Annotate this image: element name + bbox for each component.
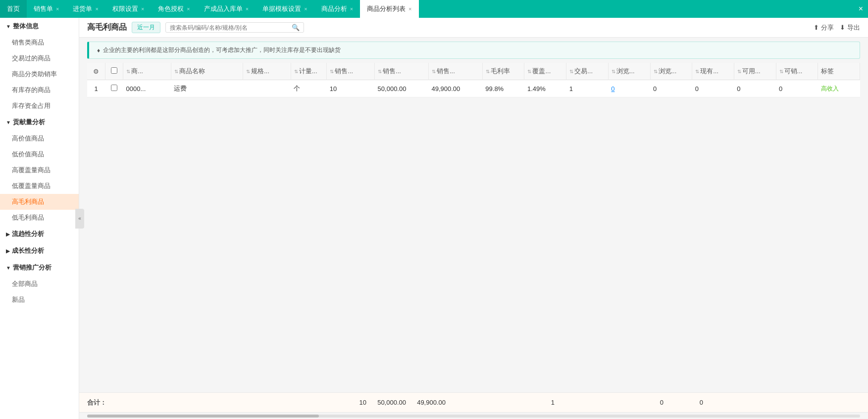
nav-template-settings[interactable]: 单据模板设置 × xyxy=(255,0,314,18)
horizontal-scrollbar[interactable] xyxy=(79,412,868,419)
arrow-trend-icon: ▶ xyxy=(6,232,10,237)
table-container: ⚙ ⇅商... ⇅商品名称 ⇅规格... ⇅计量... ⇅销售... ⇅销售..… xyxy=(79,63,868,392)
export-label: 导出 xyxy=(847,23,860,32)
nav-role-close[interactable]: × xyxy=(187,6,190,12)
scrollbar-track[interactable] xyxy=(87,415,860,418)
row-checkbox[interactable] xyxy=(111,85,117,91)
nav-purchase-close[interactable]: × xyxy=(95,6,98,12)
cell-gross-rate: 99.8% xyxy=(482,80,524,97)
arrow-contribution-icon: ▼ xyxy=(6,120,11,125)
sidebar-item-low-value[interactable]: 低价值商品 xyxy=(0,146,79,162)
search-icon[interactable]: 🔍 xyxy=(292,24,300,31)
col-code[interactable]: ⇅商... xyxy=(123,63,171,80)
header-actions: ⬆ 分享 ⬇ 导出 xyxy=(814,23,860,32)
col-checkbox xyxy=(105,63,123,80)
col-unit[interactable]: ⇅计量... xyxy=(291,63,327,80)
sidebar: ▼ 整体信息 销售类商品 交易过的商品 商品分类助销率 有库存的商品 库存资金占… xyxy=(0,18,79,419)
footer-available: 0 xyxy=(666,399,706,406)
sidebar-item-new-goods[interactable]: 新品 xyxy=(0,292,79,308)
footer-transactions: 1 xyxy=(518,399,558,406)
content-area: 高毛利商品 近一月 🔍 ⬆ 分享 ⬇ 导出 ♦ 企业的主要的利润都是这部分商品创… xyxy=(79,18,868,419)
col-views1[interactable]: ⇅浏览... xyxy=(608,63,650,80)
col-coverage[interactable]: ⇅覆盖... xyxy=(524,63,566,80)
sidebar-group-trend[interactable]: ▶ 流趋性分析 xyxy=(0,226,79,242)
nav-sales-order[interactable]: 销售单 × xyxy=(27,0,66,18)
sidebar-wrapper: ▼ 整体信息 销售类商品 交易过的商品 商品分类助销率 有库存的商品 库存资金占… xyxy=(0,18,79,419)
nav-role-auth[interactable]: 角色授权 × xyxy=(151,0,197,18)
sidebar-item-stock-capital[interactable]: 库存资金占用 xyxy=(0,98,79,114)
nav-goods-analysis-list[interactable]: 商品分析列表 × xyxy=(360,0,418,18)
nav-sales-close[interactable]: × xyxy=(56,6,59,12)
nav-goods-analysis-list-close[interactable]: × xyxy=(408,6,411,12)
sidebar-item-low-coverage[interactable]: 低覆盖量商品 xyxy=(0,178,79,194)
export-button[interactable]: ⬇ 导出 xyxy=(840,23,860,32)
share-button[interactable]: ⬆ 分享 xyxy=(814,23,834,32)
cell-coverage: 1.49% xyxy=(524,80,566,97)
nav-role-label: 角色授权 xyxy=(158,4,184,13)
sidebar-item-traded-goods[interactable]: 交易过的商品 xyxy=(0,50,79,66)
col-sales3[interactable]: ⇅销售... xyxy=(428,63,482,80)
nav-goods-analysis-close[interactable]: × xyxy=(350,6,353,12)
footer-sales2: 50,000.00 xyxy=(369,399,409,406)
sidebar-group-growth-label: 成长性分析 xyxy=(12,246,44,255)
footer-label: 合计： xyxy=(87,398,117,407)
cell-checkbox[interactable] xyxy=(105,80,123,97)
sidebar-group-growth[interactable]: ▶ 成长性分析 xyxy=(0,242,79,259)
sidebar-item-high-coverage[interactable]: 高覆盖量商品 xyxy=(0,162,79,178)
nav-permission-settings[interactable]: 权限设置 × xyxy=(105,0,151,18)
col-available[interactable]: ⇅可用... xyxy=(734,63,776,80)
sidebar-item-high-value[interactable]: 高价值商品 xyxy=(0,131,79,146)
col-saleable[interactable]: ⇅可销... xyxy=(776,63,818,80)
cell-saleable: 0 xyxy=(776,80,818,97)
footer-sales1: 10 xyxy=(330,399,369,406)
sidebar-collapse-button[interactable]: « xyxy=(75,209,84,229)
cell-views1[interactable]: 0 xyxy=(608,80,650,97)
nav-close-all[interactable]: × xyxy=(859,4,868,13)
sidebar-item-all-goods[interactable]: 全部商品 xyxy=(0,276,79,292)
col-sales1[interactable]: ⇅销售... xyxy=(327,63,375,80)
cell-views2: 0 xyxy=(650,80,692,97)
sidebar-item-high-margin[interactable]: 高毛利商品 xyxy=(0,194,79,210)
cell-code: 0000... xyxy=(123,80,171,97)
scrollbar-thumb[interactable] xyxy=(87,415,319,418)
col-transactions[interactable]: ⇅交易... xyxy=(566,63,609,80)
col-settings[interactable]: ⚙ xyxy=(87,63,105,80)
data-table: ⚙ ⇅商... ⇅商品名称 ⇅规格... ⇅计量... ⇅销售... ⇅销售..… xyxy=(87,63,860,97)
nav-product-inbound[interactable]: 产成品入库单 × xyxy=(197,0,255,18)
nav-purchase-order[interactable]: 进货单 × xyxy=(66,0,105,18)
cell-sales1: 10 xyxy=(327,80,375,97)
filter-month-button[interactable]: 近一月 xyxy=(132,22,160,33)
nav-product-inbound-close[interactable]: × xyxy=(246,6,249,12)
sidebar-group-marketing[interactable]: ▼ 营销推广分析 xyxy=(0,259,79,276)
nav-goods-analysis[interactable]: 商品分析 × xyxy=(314,0,360,18)
sidebar-item-low-margin[interactable]: 低毛利商品 xyxy=(0,210,79,226)
col-views2[interactable]: ⇅浏览... xyxy=(650,63,692,80)
table-header-row: ⚙ ⇅商... ⇅商品名称 ⇅规格... ⇅计量... ⇅销售... ⇅销售..… xyxy=(87,63,860,80)
sidebar-group-contribution-label: 贡献量分析 xyxy=(13,118,45,127)
search-input[interactable] xyxy=(170,24,292,31)
table-row: 1 0000... 运费 个 10 50,000.00 49,900.00 99… xyxy=(87,80,860,97)
col-spec[interactable]: ⇅规格... xyxy=(243,63,291,80)
select-all-checkbox[interactable] xyxy=(111,67,117,74)
page-title: 高毛利商品 xyxy=(87,22,127,33)
footer-cells: 10 50,000.00 49,900.00 1 0 0 xyxy=(117,399,860,406)
export-icon: ⬇ xyxy=(840,24,845,31)
sidebar-group-overall[interactable]: ▼ 整体信息 xyxy=(0,18,79,35)
sidebar-item-in-stock[interactable]: 有库存的商品 xyxy=(0,82,79,98)
cell-sales3: 49,900.00 xyxy=(428,80,482,97)
col-name[interactable]: ⇅商品名称 xyxy=(171,63,243,80)
nav-permission-close[interactable]: × xyxy=(141,6,144,12)
col-current[interactable]: ⇅现有... xyxy=(692,63,734,80)
nav-template-close[interactable]: × xyxy=(304,6,307,12)
nav-purchase-label: 进货单 xyxy=(73,4,92,13)
col-sales2[interactable]: ⇅销售... xyxy=(375,63,429,80)
nav-home[interactable]: 首页 xyxy=(0,0,27,18)
col-gross-rate[interactable]: ⇅毛利率 xyxy=(482,63,524,80)
sidebar-item-sales-goods[interactable]: 销售类商品 xyxy=(0,35,79,50)
nav-permission-label: 权限设置 xyxy=(112,4,138,13)
sidebar-item-category-rate[interactable]: 商品分类助销率 xyxy=(0,66,79,82)
nav-product-inbound-label: 产成品入库单 xyxy=(204,4,243,13)
cell-tag: 高收入 xyxy=(818,80,860,97)
sidebar-group-overall-label: 整体信息 xyxy=(13,22,39,31)
sidebar-group-contribution[interactable]: ▼ 贡献量分析 xyxy=(0,114,79,131)
